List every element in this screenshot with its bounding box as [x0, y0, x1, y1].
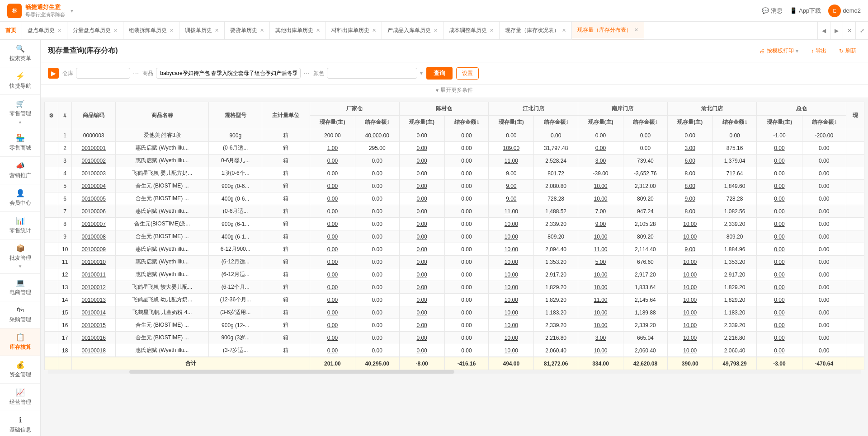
td-total-qty[interactable]: 0.00: [757, 218, 802, 230]
sidebar-item-basics[interactable]: ℹ 基础信息: [0, 411, 40, 436]
sidebar-item-wholesale[interactable]: 📦 批发管理 ▼: [0, 239, 40, 274]
close-icon[interactable]: ✕: [113, 28, 118, 33]
td-na-qty[interactable]: 10.00: [578, 281, 623, 294]
td-jb-qty[interactable]: 10.00: [489, 281, 534, 294]
td-cy-qty[interactable]: 0.00: [310, 306, 355, 319]
td-total-qty[interactable]: 0.00: [757, 256, 802, 268]
color-dropdown-icon[interactable]: ▾: [420, 70, 423, 76]
td-code[interactable]: 00100010: [72, 256, 116, 268]
td-total-qty[interactable]: 0.00: [757, 268, 802, 281]
product-dots[interactable]: ···: [303, 69, 309, 77]
tab-maximize-btn[interactable]: ⤢: [855, 22, 868, 40]
refresh-btn[interactable]: ↻ 刷新: [835, 45, 861, 56]
td-na-qty[interactable]: 7.00: [578, 205, 623, 218]
sidebar-item-retail-mgmt[interactable]: 🛒 零售管理 ▲: [0, 95, 40, 129]
td-cc-qty[interactable]: 0.00: [399, 332, 444, 344]
td-cc-qty[interactable]: 0.00: [399, 344, 444, 357]
td-code[interactable]: 00100006: [72, 205, 116, 218]
td-yb-qty[interactable]: 9.00: [667, 243, 712, 256]
td-jb-qty[interactable]: 10.00: [489, 256, 534, 268]
nav-tab-5[interactable]: 要货单历史 ✕: [225, 22, 270, 40]
expand-conditions-btn[interactable]: ▾ 展开更多条件: [436, 86, 473, 94]
nav-tab-2[interactable]: 分量盘点单历史 ✕: [67, 22, 123, 40]
td-cc-qty[interactable]: 0.00: [399, 142, 444, 155]
td-jb-qty[interactable]: 10.00: [489, 332, 534, 344]
td-total-qty[interactable]: 0.00: [757, 243, 802, 256]
td-jb-qty[interactable]: 9.00: [489, 180, 534, 192]
filter-toggle-btn[interactable]: ▶: [48, 68, 59, 79]
td-cc-qty[interactable]: 0.00: [399, 205, 444, 218]
td-cc-qty[interactable]: 0.00: [399, 230, 444, 243]
td-na-qty[interactable]: 10.00: [578, 192, 623, 205]
tab-next-btn[interactable]: ▶: [830, 22, 843, 40]
td-na-qty[interactable]: 10.00: [578, 230, 623, 243]
color-input[interactable]: [327, 68, 417, 79]
td-cy-qty[interactable]: 0.00: [310, 344, 355, 357]
td-jb-qty[interactable]: 10.00: [489, 319, 534, 332]
product-input[interactable]: [156, 68, 301, 79]
td-yb-qty[interactable]: 8.00: [667, 167, 712, 180]
td-yb-qty[interactable]: 10.00: [667, 344, 712, 357]
sidebar-item-retail-stats[interactable]: 📊 零售统计: [0, 212, 40, 239]
td-cc-qty[interactable]: 0.00: [399, 256, 444, 268]
td-jb-qty[interactable]: 11.00: [489, 155, 534, 167]
td-cc-qty[interactable]: 0.00: [399, 319, 444, 332]
close-icon[interactable]: ✕: [170, 28, 174, 33]
td-cy-qty[interactable]: 0.00: [310, 243, 355, 256]
nav-tab-10[interactable]: 现存量（库存状况表） ✕: [500, 22, 572, 40]
tab-close-btn[interactable]: ✕: [843, 22, 855, 40]
td-na-qty[interactable]: 10.00: [578, 319, 623, 332]
td-cc-qty[interactable]: 0.00: [399, 129, 444, 142]
td-yb-qty[interactable]: 10.00: [667, 230, 712, 243]
td-na-qty[interactable]: 0.00: [578, 142, 623, 155]
td-cc-qty[interactable]: 0.00: [399, 192, 444, 205]
sidebar-item-nav[interactable]: ⚡ 快捷导航: [0, 67, 40, 95]
td-code[interactable]: 00100013: [72, 294, 116, 306]
td-yb-qty[interactable]: 0.00: [667, 129, 712, 142]
td-cy-qty[interactable]: 0.00: [310, 268, 355, 281]
td-total-qty[interactable]: 0.00: [757, 319, 802, 332]
nav-tab-7[interactable]: 材料出库单历史 ✕: [326, 22, 382, 40]
td-code[interactable]: 00100004: [72, 180, 116, 192]
nav-tab-3[interactable]: 组装拆卸单历史 ✕: [123, 22, 179, 40]
td-code[interactable]: 00100008: [72, 230, 116, 243]
td-cy-qty[interactable]: 0.00: [310, 281, 355, 294]
tab-prev-btn[interactable]: ◀: [817, 22, 830, 40]
td-code[interactable]: 00100009: [72, 243, 116, 256]
export-btn[interactable]: ↑ 导出: [807, 45, 831, 56]
td-yb-qty[interactable]: 10.00: [667, 319, 712, 332]
sidebar-item-purchase[interactable]: 🛍 采购管理: [0, 301, 40, 328]
td-yb-qty[interactable]: 10.00: [667, 268, 712, 281]
warehouse-dots[interactable]: ···: [133, 69, 139, 77]
td-cc-qty[interactable]: 0.00: [399, 243, 444, 256]
td-cc-qty[interactable]: 0.00: [399, 294, 444, 306]
td-code[interactable]: 00100003: [72, 167, 116, 180]
td-jb-qty[interactable]: 9.00: [489, 192, 534, 205]
th-setting[interactable]: ⚙: [45, 102, 58, 129]
nav-tab-8[interactable]: 产成品入库单历史 ✕: [382, 22, 443, 40]
td-jb-qty[interactable]: 10.00: [489, 344, 534, 357]
td-cy-qty[interactable]: 0.00: [310, 192, 355, 205]
td-yb-qty[interactable]: 10.00: [667, 218, 712, 230]
print-btn[interactable]: 🖨 按模板打印 ▾: [755, 45, 803, 56]
td-code[interactable]: 00100005: [72, 192, 116, 205]
td-total-qty[interactable]: 0.00: [757, 306, 802, 319]
td-total-qty[interactable]: -1.00: [757, 129, 802, 142]
td-code[interactable]: 00100018: [72, 344, 116, 357]
td-cy-qty[interactable]: 0.00: [310, 218, 355, 230]
close-icon[interactable]: ✕: [372, 28, 376, 33]
sidebar-item-search[interactable]: 🔍 搜索英单: [0, 40, 40, 67]
td-yb-qty[interactable]: 9.00: [667, 192, 712, 205]
td-jb-qty[interactable]: 10.00: [489, 243, 534, 256]
td-yb-qty[interactable]: 6.00: [667, 155, 712, 167]
td-cy-qty[interactable]: 0.00: [310, 294, 355, 306]
td-yb-qty[interactable]: 10.00: [667, 256, 712, 268]
td-na-qty[interactable]: 5.00: [578, 256, 623, 268]
td-total-qty[interactable]: 0.00: [757, 167, 802, 180]
app-download-btn[interactable]: 📱 App下载: [790, 7, 821, 15]
td-na-qty[interactable]: 9.00: [578, 218, 623, 230]
td-na-qty[interactable]: 0.00: [578, 129, 623, 142]
close-icon[interactable]: ✕: [434, 28, 438, 33]
nav-tab-4[interactable]: 调拨单历史 ✕: [179, 22, 225, 40]
td-yb-qty[interactable]: 10.00: [667, 294, 712, 306]
